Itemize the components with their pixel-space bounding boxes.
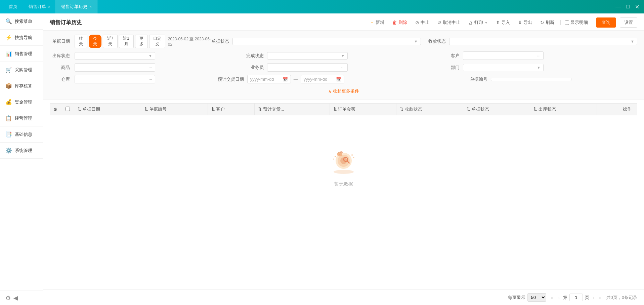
- sidebar-item-sales-mgmt[interactable]: 📊 销售管理: [0, 46, 43, 62]
- page-header: 销售订单历史 ＋ 新增 🗑 删除 ⊘ 中止 ↺ 取消中止: [43, 13, 644, 31]
- sidebar-item-finance-mgmt[interactable]: 💰 资金管理: [0, 94, 43, 110]
- page-number-input[interactable]: [569, 294, 583, 301]
- th-order-amount[interactable]: ⇅ 订单金额: [330, 104, 396, 115]
- sidebar-item-basic-info[interactable]: 📑 基础信息: [0, 126, 43, 143]
- show-detail-checkbox-label[interactable]: 显示明细: [565, 20, 588, 26]
- customer-input[interactable]: ···: [463, 51, 544, 60]
- next-page-button[interactable]: ›: [591, 294, 596, 301]
- query-button[interactable]: 查询: [596, 17, 616, 28]
- doc-status-chevron: ▼: [414, 39, 418, 43]
- calendar-end-icon[interactable]: 📅: [336, 77, 341, 82]
- filter-salesperson-col: 业务员 ···: [246, 63, 441, 72]
- select-all-checkbox[interactable]: [66, 107, 70, 111]
- delivery-date-end-placeholder: yyyy-mm-dd: [304, 77, 328, 82]
- product-input[interactable]: ···: [75, 63, 155, 72]
- sidebar-item-finance-mgmt-label: 资金管理: [15, 99, 32, 105]
- th-payment-status[interactable]: ⇅ 收款状态: [396, 104, 463, 115]
- th-operation-label: 操作: [623, 107, 632, 112]
- page-label-post: 页: [585, 295, 589, 301]
- th-gear[interactable]: ⚙: [50, 104, 62, 115]
- tab-home[interactable]: 首页: [3, 0, 23, 13]
- collapse-label: 收起更多条件: [333, 88, 359, 94]
- doc-status-label: 单据状态: [211, 38, 231, 44]
- payment-status-select[interactable]: ▼: [449, 38, 638, 45]
- th-checkbox[interactable]: [62, 104, 74, 115]
- filter-row-3: 商品 ··· 业务员 ··· 部门 ▼: [50, 63, 637, 72]
- sales-mgmt-icon: 📊: [5, 50, 12, 57]
- th-customer[interactable]: ⇅ 客户: [208, 104, 255, 115]
- filter-delivery-status-col: 出库状态 ▼: [50, 52, 246, 60]
- new-button[interactable]: ＋ 新增: [368, 18, 386, 27]
- tab-sales-order-history-close[interactable]: ×: [89, 5, 91, 9]
- gear-icon[interactable]: ⚙: [53, 107, 57, 112]
- sidebar-item-quick-nav[interactable]: ⚡ 快捷导航: [0, 30, 43, 46]
- th-doc-date[interactable]: ⇅ 单据日期: [74, 104, 141, 115]
- empty-text: 暂无数据: [334, 181, 353, 187]
- warehouse-input[interactable]: ···: [75, 75, 155, 83]
- th-customer-label: ⇅ 客户: [211, 107, 225, 112]
- tab-home-label: 首页: [9, 4, 17, 10]
- per-page-select[interactable]: 10 20 50 100: [527, 293, 546, 302]
- show-detail-checkbox[interactable]: [565, 21, 569, 25]
- doc-date-label: 单据日期: [50, 38, 73, 44]
- sidebar-settings-icon[interactable]: ⚙: [5, 294, 11, 302]
- cancel-stop-button[interactable]: ↺ 取消中止: [435, 18, 462, 27]
- th-est-delivery[interactable]: ⇅ 预计交货...: [255, 104, 330, 115]
- delivery-date-start-input[interactable]: yyyy-mm-dd 📅: [247, 75, 291, 83]
- print-button[interactable]: 🖨 打印 ▼: [466, 18, 490, 27]
- first-page-button[interactable]: «: [550, 294, 555, 301]
- customer-label: 客户: [441, 53, 462, 59]
- collapse-row[interactable]: ∧ 收起更多条件: [50, 87, 637, 96]
- inventory-check-icon: 📦: [5, 83, 12, 89]
- purchase-mgmt-icon: 🛒: [5, 67, 12, 73]
- sidebar-item-inventory-check[interactable]: 📦 库存核算: [0, 78, 43, 94]
- tab-sales-order-history[interactable]: 销售订单历史 ×: [56, 0, 97, 13]
- delivery-status-select[interactable]: ▼: [75, 52, 155, 60]
- doc-status-select[interactable]: ▼: [232, 38, 421, 45]
- empty-state-illustration: [327, 142, 360, 176]
- last-page-button[interactable]: »: [598, 294, 603, 301]
- filter-doc-number-col: 单据编号: [469, 76, 637, 82]
- stop-button[interactable]: ⊘ 中止: [413, 18, 431, 27]
- salesperson-dots: ···: [341, 65, 345, 70]
- department-select[interactable]: ▼: [463, 64, 544, 71]
- sidebar-item-inventory-check-label: 库存核算: [15, 83, 32, 89]
- product-label: 商品: [50, 65, 73, 71]
- sidebar-item-system-mgmt[interactable]: ⚙️ 系统管理: [0, 143, 43, 159]
- date-btn-yesterday[interactable]: 昨天: [75, 35, 87, 48]
- date-btn-custom[interactable]: 自定义: [149, 35, 165, 48]
- date-btn-more[interactable]: 更多: [135, 35, 148, 48]
- sidebar-item-operation-mgmt[interactable]: 📋 经营管理: [0, 110, 43, 126]
- delete-button[interactable]: 🗑 删除: [390, 18, 409, 27]
- delivery-status-chevron: ▼: [148, 54, 152, 58]
- sidebar-item-purchase-mgmt[interactable]: 🛒 采购管理: [0, 62, 43, 78]
- th-delivery-status[interactable]: ⇅ 出库状态: [530, 104, 597, 115]
- delivery-date-end-input[interactable]: yyyy-mm-dd 📅: [301, 75, 344, 83]
- th-doc-number[interactable]: ⇅ 单据编号: [141, 104, 208, 115]
- setting-button[interactable]: 设置: [620, 17, 637, 28]
- import-button[interactable]: ⬆ 导入: [494, 18, 512, 27]
- date-btn-7days[interactable]: 近7天: [103, 35, 118, 48]
- th-doc-date-label: ⇅ 单据日期: [78, 107, 100, 112]
- toolbar: ＋ 新增 🗑 删除 ⊘ 中止 ↺ 取消中止 🖨 打印: [368, 17, 637, 28]
- close-icon[interactable]: ✕: [634, 2, 641, 11]
- doc-number-input[interactable]: [491, 78, 571, 81]
- prev-page-button[interactable]: ‹: [557, 294, 561, 301]
- sidebar-collapse-icon[interactable]: ◀: [13, 294, 18, 302]
- calendar-start-icon[interactable]: 📅: [283, 77, 288, 82]
- complete-status-select[interactable]: ▼: [267, 52, 348, 60]
- minimize-icon[interactable]: —: [614, 2, 622, 11]
- export-button[interactable]: ⬇ 导出: [516, 18, 534, 27]
- salesperson-input[interactable]: ···: [267, 63, 348, 72]
- tab-sales-order[interactable]: 销售订单 ×: [23, 0, 56, 13]
- sidebar-item-search-menu[interactable]: 🔍 搜索菜单: [0, 13, 43, 30]
- th-doc-status[interactable]: ⇅ 单据状态: [463, 104, 530, 115]
- import-icon: ⬆: [496, 20, 500, 25]
- filter-row-2: 出库状态 ▼ 完成状态 ▼ 客户 ···: [50, 51, 637, 60]
- date-btn-1month[interactable]: 近1月: [119, 35, 134, 48]
- maximize-icon[interactable]: □: [625, 2, 631, 11]
- tab-sales-order-close[interactable]: ×: [48, 5, 50, 9]
- cancel-stop-icon: ↺: [437, 20, 441, 25]
- refresh-button[interactable]: ↻ 刷新: [538, 18, 556, 27]
- date-btn-today[interactable]: 今天: [89, 35, 101, 48]
